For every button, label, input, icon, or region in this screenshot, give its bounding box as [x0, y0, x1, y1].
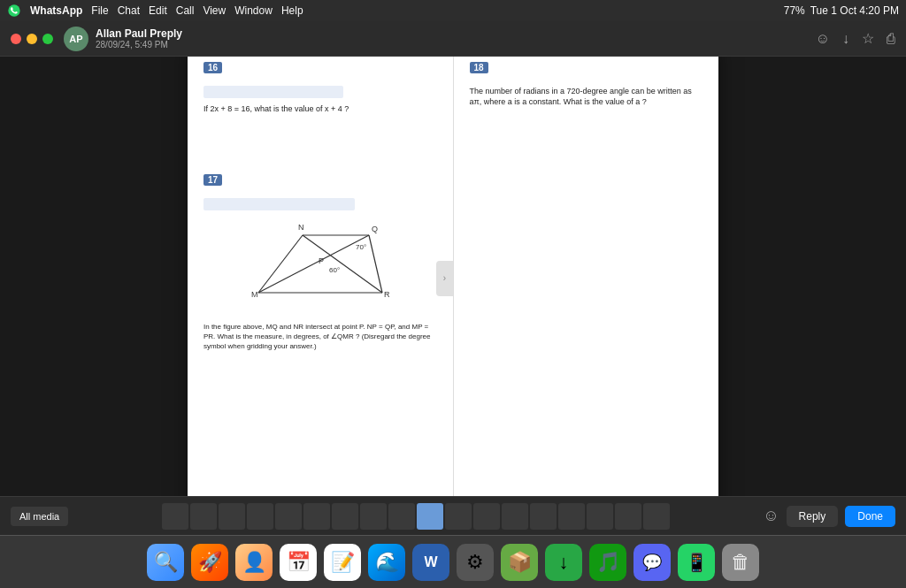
dock-edge[interactable]: 🌊: [368, 544, 405, 581]
dock-word[interactable]: W: [412, 544, 449, 581]
maximize-button[interactable]: [42, 34, 53, 44]
svg-point-0: [8, 4, 19, 16]
chat-area: 16 If 2x + 8 = 16, what is the value of …: [0, 57, 906, 500]
toolbar-right: ☺ Reply Done: [763, 506, 895, 527]
menubar-help[interactable]: Help: [281, 4, 303, 17]
toolbar-center: [162, 503, 670, 530]
dock-trash[interactable]: 🗑: [722, 544, 759, 581]
page-side-handle[interactable]: ›: [436, 261, 454, 296]
q16-text: If 2x + 8 = 16, what is the value of x +…: [203, 103, 437, 115]
dock-launchpad[interactable]: 🚀: [191, 544, 228, 581]
thumbnail-5[interactable]: [275, 503, 302, 530]
thumbnail-9[interactable]: [388, 503, 415, 530]
geometry-figure: N Q P M R 70° 60°: [203, 218, 437, 315]
q16-header: 16: [203, 62, 437, 79]
q17-highlight: [203, 198, 355, 210]
user-name: Allan Paul Preply: [96, 27, 182, 40]
dock-unknown2[interactable]: 📦: [501, 544, 538, 581]
thumbnail-1[interactable]: [162, 503, 188, 530]
q17-text: In the figure above, MQ and NR intersect…: [203, 322, 437, 352]
menubar-battery: 77%: [784, 4, 805, 17]
svg-text:Q: Q: [372, 225, 378, 233]
svg-text:N: N: [298, 223, 304, 232]
svg-text:R: R: [384, 290, 390, 299]
reply-button[interactable]: Reply: [787, 506, 839, 527]
q16-highlight: [203, 86, 343, 98]
dock-finder[interactable]: 🔍: [147, 544, 184, 581]
titlebar-actions: ☺ ↓ ☆ ⎙: [816, 30, 895, 47]
all-media-button[interactable]: All media: [11, 507, 68, 526]
dock: 🔍 🚀 👤 📅 📝 🌊 W ⚙ 📦 ↓ 🎵 💬 📱 🗑: [0, 535, 906, 588]
thumbnail-4[interactable]: [247, 503, 273, 530]
user-details: Allan Paul Preply 28/09/24, 5:49 PM: [96, 27, 182, 50]
menubar-time: Tue 1 Oct 4:20 PM: [810, 4, 899, 17]
thumbnail-14[interactable]: [530, 503, 557, 530]
dock-calendar[interactable]: 📅: [280, 544, 317, 581]
thumbnail-12[interactable]: [473, 503, 500, 530]
q16-badge: 16: [203, 62, 222, 73]
thumbnail-3[interactable]: [219, 503, 245, 530]
q18-text: The number of radians in a 720-degree an…: [470, 86, 703, 108]
download-icon[interactable]: ↓: [842, 31, 849, 47]
menubar-right: 77% Tue 1 Oct 4:20 PM: [784, 4, 899, 17]
dock-unknown1[interactable]: ⚙: [457, 544, 494, 581]
thumbnail-8[interactable]: [360, 503, 387, 530]
done-button[interactable]: Done: [845, 506, 895, 527]
emoji-icon[interactable]: ☺: [816, 31, 830, 47]
avatar: AP: [64, 27, 88, 51]
whatsapp-icon: [7, 4, 21, 18]
dock-spotify[interactable]: 🎵: [589, 544, 626, 581]
thumbnail-10[interactable]: [417, 503, 443, 530]
menubar-chat[interactable]: Chat: [118, 4, 140, 17]
thumbnail-6[interactable]: [303, 503, 330, 530]
menubar-edit[interactable]: Edit: [149, 4, 167, 17]
emoji-button[interactable]: ☺: [763, 507, 779, 525]
titlebar: AP Allan Paul Preply 28/09/24, 5:49 PM ☺…: [0, 21, 906, 57]
dock-contacts[interactable]: 👤: [235, 544, 273, 581]
menubar-call[interactable]: Call: [176, 4, 195, 17]
minimize-button[interactable]: [27, 34, 37, 44]
thumbnail-2[interactable]: [190, 503, 217, 530]
q18-header: 18: [470, 62, 703, 79]
thumbnail-17[interactable]: [615, 503, 641, 530]
doc-page-left: 16 If 2x + 8 = 16, what is the value of …: [188, 57, 454, 500]
user-time: 28/09/24, 5:49 PM: [96, 40, 182, 50]
thumbnail-16[interactable]: [587, 503, 613, 530]
star-icon[interactable]: ☆: [862, 30, 874, 47]
menubar-left: WhatsApp File Chat Edit Call View Window…: [7, 4, 303, 18]
thumbnail-18[interactable]: [643, 503, 670, 530]
thumbnail-15[interactable]: [558, 503, 585, 530]
q17-header: 17: [203, 174, 437, 191]
traffic-lights: [11, 34, 53, 44]
thumbnail-13[interactable]: [502, 503, 528, 530]
dock-whatsapp[interactable]: 📱: [678, 544, 715, 581]
thumbnail-11[interactable]: [445, 503, 472, 530]
spacer1: [203, 121, 437, 174]
dock-unknown3[interactable]: ↓: [545, 544, 582, 581]
svg-text:P: P: [319, 256, 324, 265]
svg-text:60°: 60°: [329, 266, 340, 274]
thumbnail-7[interactable]: [332, 503, 358, 530]
share-icon[interactable]: ⎙: [887, 31, 895, 47]
q18-badge: 18: [470, 62, 488, 73]
document-viewer: 16 If 2x + 8 = 16, what is the value of …: [188, 57, 718, 500]
q17-badge: 17: [203, 174, 222, 186]
doc-page-right: 18 The number of radians in a 720-degree…: [454, 57, 719, 500]
menubar-appname: WhatsApp: [30, 4, 82, 17]
svg-text:M: M: [251, 290, 258, 299]
svg-line-3: [258, 235, 303, 293]
menubar: WhatsApp File Chat Edit Call View Window…: [0, 0, 906, 21]
menubar-view[interactable]: View: [203, 4, 226, 17]
bottom-toolbar: All media ☺ Reply Done: [0, 496, 906, 535]
menubar-window[interactable]: Window: [234, 4, 273, 17]
close-button[interactable]: [11, 34, 21, 44]
menubar-file[interactable]: File: [91, 4, 108, 17]
toolbar-left: All media: [11, 507, 68, 526]
svg-text:70°: 70°: [356, 243, 366, 251]
dock-discord[interactable]: 💬: [633, 544, 671, 581]
dock-reminders[interactable]: 📝: [324, 544, 361, 581]
user-info: AP Allan Paul Preply 28/09/24, 5:49 PM: [64, 27, 182, 51]
